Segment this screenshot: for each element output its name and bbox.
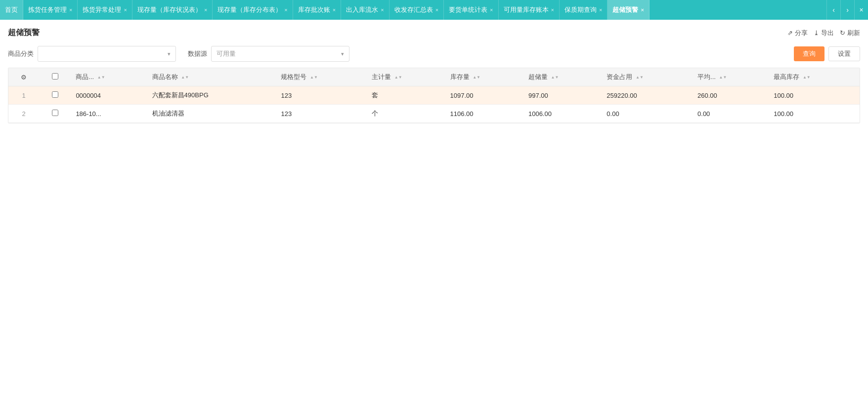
col-spec-sort: ▲▼ bbox=[310, 76, 318, 79]
row-capital-0: 259220.00 bbox=[602, 86, 693, 105]
row-checkbox-0[interactable] bbox=[52, 91, 58, 98]
nav-label-7: 收发存汇总表 bbox=[394, 5, 433, 14]
nav-item-4[interactable]: 现存量（库存分布表） × bbox=[213, 0, 293, 20]
col-capital[interactable]: 资金占用 ▲▼ bbox=[602, 68, 693, 86]
nav-item-3[interactable]: 现存量（库存状况表） × bbox=[132, 0, 213, 20]
settings-button[interactable]: 设置 bbox=[828, 46, 860, 61]
nav-label-11: 超储预警 bbox=[612, 5, 638, 14]
col-capital-sort: ▲▼ bbox=[636, 76, 644, 79]
row-code-0: 0000004 bbox=[71, 86, 147, 105]
nav-label-2: 拣货异常处理 bbox=[83, 5, 121, 14]
datasource-select[interactable]: 可用量 ▾ bbox=[211, 46, 349, 62]
nav-item-5[interactable]: 库存批次账 × bbox=[293, 0, 341, 20]
row-checkbox-cell-1[interactable] bbox=[39, 105, 71, 123]
col-avg-label: 平均... bbox=[697, 73, 716, 80]
col-avg-sort: ▲▼ bbox=[719, 76, 727, 79]
header-actions: ⇗ 分享 ⤓ 导出 ↻ 刷新 bbox=[787, 29, 860, 38]
nav-label-6: 出入库流水 bbox=[346, 5, 378, 14]
category-label: 商品分类 bbox=[8, 49, 34, 58]
col-name-sort: ▲▼ bbox=[181, 76, 189, 79]
select-all-checkbox[interactable] bbox=[52, 73, 58, 79]
col-code-sort: ▲▼ bbox=[97, 76, 105, 79]
col-checkbox-header[interactable] bbox=[39, 68, 71, 86]
filter-actions: 查询 设置 bbox=[794, 46, 860, 61]
refresh-label: 刷新 bbox=[847, 29, 860, 38]
export-label: 导出 bbox=[821, 29, 834, 38]
page-title: 超储预警 bbox=[8, 28, 787, 38]
datasource-dropdown-icon: ▾ bbox=[341, 51, 344, 57]
row-name-0: 六配套新昌490BPG bbox=[147, 86, 276, 105]
nav-close-3[interactable]: × bbox=[204, 7, 207, 13]
col-overstock-label: 超储量 bbox=[528, 73, 548, 80]
col-spec[interactable]: 规格型号 ▲▼ bbox=[276, 68, 367, 86]
row-name-1: 机油滤清器 bbox=[147, 105, 276, 123]
nav-close-all-btn[interactable]: × bbox=[854, 0, 868, 20]
nav-label-8: 要货单统计表 bbox=[449, 5, 487, 14]
nav-close-9[interactable]: × bbox=[551, 7, 554, 13]
col-avg[interactable]: 平均... ▲▼ bbox=[693, 68, 769, 86]
col-stock-label: 库存量 bbox=[450, 73, 470, 80]
refresh-button[interactable]: ↻ 刷新 bbox=[840, 29, 860, 38]
nav-label-3: 现存量（库存状况表） bbox=[137, 5, 202, 14]
nav-close-8[interactable]: × bbox=[490, 7, 493, 13]
col-capital-label: 资金占用 bbox=[607, 73, 632, 80]
row-overstock-1: 1006.00 bbox=[523, 105, 602, 123]
nav-item-11[interactable]: 超储预警 × bbox=[608, 0, 649, 20]
row-num-0: 1 bbox=[8, 86, 39, 105]
col-unit[interactable]: 主计量 ▲▼ bbox=[367, 68, 445, 86]
col-overstock[interactable]: 超储量 ▲▼ bbox=[523, 68, 602, 86]
col-max-stock-sort: ▲▼ bbox=[803, 76, 811, 79]
col-max-stock-label: 最高库存 bbox=[774, 73, 799, 80]
nav-item-10[interactable]: 保质期查询 × bbox=[560, 0, 608, 20]
nav-item-7[interactable]: 收发存汇总表 × bbox=[390, 0, 444, 20]
col-code[interactable]: 商品... ▲▼ bbox=[71, 68, 147, 86]
gear-icon: ⚙ bbox=[21, 74, 27, 81]
row-checkbox-cell-0[interactable] bbox=[39, 86, 71, 105]
row-checkbox-1[interactable] bbox=[52, 110, 58, 116]
nav-item-1[interactable]: 拣货任务管理 × bbox=[23, 0, 78, 20]
nav-close-6[interactable]: × bbox=[381, 7, 384, 13]
table-row: 2 186-10... 机油滤清器 123 个 1106.00 1006.00 … bbox=[8, 105, 860, 123]
category-filter-group: 商品分类 ▾ bbox=[8, 46, 176, 62]
nav-arrows: ‹ › × bbox=[826, 0, 868, 20]
nav-close-11[interactable]: × bbox=[641, 7, 644, 13]
nav-bar: 首页 拣货任务管理 × 拣货异常处理 × 现存量（库存状况表） × 现存量（库存… bbox=[0, 0, 868, 20]
col-max-stock[interactable]: 最高库存 ▲▼ bbox=[769, 68, 860, 86]
nav-item-6[interactable]: 出入库流水 × bbox=[341, 0, 389, 20]
table-row: 1 0000004 六配套新昌490BPG 123 套 1097.00 997.… bbox=[8, 86, 860, 105]
nav-prev-btn[interactable]: ‹ bbox=[826, 0, 840, 20]
row-max-stock-1: 100.00 bbox=[769, 105, 860, 123]
share-icon: ⇗ bbox=[787, 29, 793, 37]
nav-close-5[interactable]: × bbox=[333, 7, 336, 13]
nav-label-10: 保质期查询 bbox=[564, 5, 597, 14]
col-name[interactable]: 商品名称 ▲▼ bbox=[147, 68, 276, 86]
datasource-filter-group: 数据源 可用量 ▾ bbox=[188, 46, 349, 62]
nav-close-2[interactable]: × bbox=[124, 7, 127, 13]
nav-label-5: 库存批次账 bbox=[298, 5, 330, 14]
nav-next-btn[interactable]: › bbox=[840, 0, 854, 20]
nav-item-8[interactable]: 要货单统计表 × bbox=[444, 0, 498, 20]
datasource-label: 数据源 bbox=[188, 49, 207, 58]
row-num-1: 2 bbox=[8, 105, 39, 123]
query-button[interactable]: 查询 bbox=[794, 46, 825, 61]
col-stock[interactable]: 库存量 ▲▼ bbox=[445, 68, 523, 86]
nav-close-7[interactable]: × bbox=[435, 7, 438, 13]
nav-close-10[interactable]: × bbox=[599, 7, 602, 13]
nav-close-1[interactable]: × bbox=[69, 7, 72, 13]
col-stock-sort: ▲▼ bbox=[473, 76, 480, 79]
col-gear[interactable]: ⚙ bbox=[8, 68, 39, 86]
share-button[interactable]: ⇗ 分享 bbox=[787, 29, 808, 38]
data-table-wrapper: ⚙ 商品... ▲▼ 商品名称 ▲▼ 规格型号 ▲▼ bbox=[8, 68, 860, 123]
row-avg-1: 0.00 bbox=[693, 105, 769, 123]
nav-close-4[interactable]: × bbox=[284, 7, 287, 13]
nav-item-2[interactable]: 拣货异常处理 × bbox=[78, 0, 132, 20]
category-select[interactable]: ▾ bbox=[38, 46, 176, 62]
row-stock-0: 1097.00 bbox=[445, 86, 523, 105]
nav-item-home[interactable]: 首页 bbox=[0, 0, 23, 20]
nav-label-9: 可用量库存账本 bbox=[504, 5, 549, 14]
export-button[interactable]: ⤓ 导出 bbox=[814, 29, 834, 38]
nav-item-9[interactable]: 可用量库存账本 × bbox=[499, 0, 560, 20]
page-header: 超储预警 ⇗ 分享 ⤓ 导出 ↻ 刷新 bbox=[8, 28, 860, 38]
share-label: 分享 bbox=[795, 29, 808, 38]
nav-label-4: 现存量（库存分布表） bbox=[217, 5, 282, 14]
